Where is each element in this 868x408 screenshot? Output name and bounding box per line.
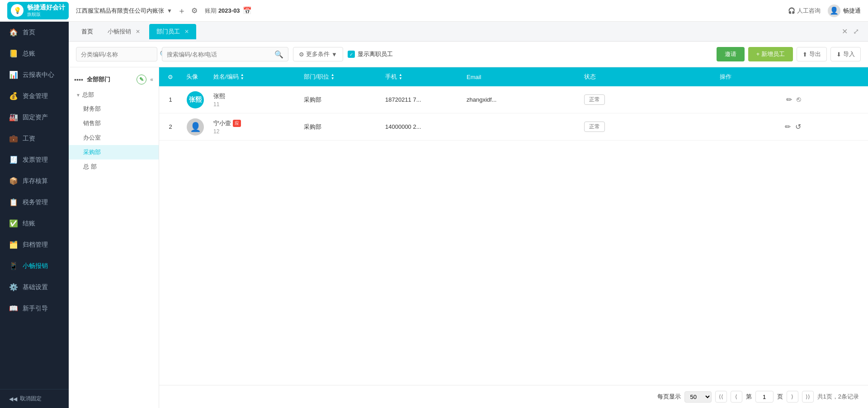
main-content: 首页 小畅报销 ✕ 部门员工 ✕ ✕ ⤢ 🔍 🔍	[69, 22, 868, 408]
period-label: 账期	[205, 7, 217, 15]
th-name-code[interactable]: 姓名/编码 ▲▼	[209, 67, 299, 86]
invite-button[interactable]: 邀请	[717, 47, 745, 61]
sidebar-item-invoices[interactable]: 🧾 发票管理	[0, 149, 69, 170]
closing-icon: ✅	[9, 219, 18, 228]
dept-child-sales[interactable]: 销售部	[69, 116, 159, 131]
category-search-input[interactable]	[81, 51, 157, 58]
sidebar-item-home[interactable]: 🏠 首页	[0, 22, 69, 43]
collapse-icon[interactable]: «	[150, 76, 153, 83]
sidebar-item-archive[interactable]: 🗂️ 归档管理	[0, 234, 69, 255]
category-search-container[interactable]: 🔍	[76, 47, 157, 61]
new-employee-button[interactable]: + 新增员工	[748, 47, 793, 61]
funds-icon: 💰	[9, 92, 18, 100]
avatar: 👤	[828, 5, 840, 17]
table-row: 2 👤 宁小壹 应 12	[159, 113, 868, 141]
right-actions: 邀请 + 新增员工 ⬆ 导出 ⬇ 导入	[717, 47, 861, 61]
dept-child-general[interactable]: 总 部	[69, 159, 159, 174]
sidebar-item-expense[interactable]: 📱 小畅报销	[0, 255, 69, 277]
all-departments-header[interactable]: ▪▪▪▪ 全部部门 ✎ «	[69, 71, 159, 88]
per-page-select[interactable]: 50 100 200	[684, 391, 712, 403]
tab-employees-close-icon[interactable]: ✕	[184, 28, 189, 35]
close-all-tabs-icon[interactable]: ✕	[840, 25, 849, 38]
main-search-container[interactable]: 🔍	[162, 47, 288, 61]
tax-icon: 📋	[9, 198, 18, 206]
sidebar-item-settings[interactable]: ⚙️ 基础设置	[0, 277, 69, 298]
tab-expense-close-icon[interactable]: ✕	[136, 28, 140, 35]
dept-parent-headquarters[interactable]: ▼ 总部	[69, 88, 159, 102]
filter-button[interactable]: ⚙ 更多条件 ▼	[293, 47, 343, 61]
sidebar-item-tax[interactable]: 📋 税务管理	[0, 192, 69, 213]
sidebar-item-closing[interactable]: ✅ 结账	[0, 213, 69, 234]
import-button[interactable]: ⬇ 导入	[830, 47, 861, 61]
export-label: 导出	[809, 50, 821, 58]
service-label: 人工咨询	[797, 7, 821, 15]
tab-employees[interactable]: 部门员工 ✕	[149, 24, 196, 39]
all-departments-label: 全部部门	[87, 75, 110, 84]
th-settings[interactable]: ⚙	[159, 67, 182, 86]
archive-icon: 🗂️	[9, 240, 18, 249]
sidebar-item-inventory[interactable]: 📦 库存核算	[0, 170, 69, 192]
row2-avatar: 👤	[182, 115, 209, 139]
show-resigned-toggle[interactable]: ✓ 显示离职员工	[348, 50, 393, 58]
export-button[interactable]: ⬆ 导出	[797, 47, 827, 61]
expand-icon[interactable]: ⤢	[851, 25, 861, 38]
tab-expense[interactable]: 小畅报销 ✕	[100, 24, 147, 39]
table-header: ⚙ 头像 姓名/编码 ▲▼ 部门/职位 ▲▼ 手机 ▲▼ Email	[159, 67, 868, 86]
sidebar-item-reports[interactable]: 📊 云报表中心	[0, 64, 69, 85]
sort-arrows-name: ▲▼	[241, 73, 244, 80]
th-phone[interactable]: 手机 ▲▼	[381, 67, 462, 86]
edit-icon-1[interactable]: ✏	[786, 95, 792, 104]
first-page-button[interactable]: ⟨⟨	[715, 391, 727, 403]
settings-nav-icon: ⚙️	[9, 283, 18, 291]
main-search-input[interactable]	[167, 51, 272, 58]
th-dept[interactable]: 部门/职位 ▲▼	[299, 67, 381, 86]
sidebar-item-funds[interactable]: 💰 资金管理	[0, 85, 69, 107]
add-tab-button[interactable]: ＋	[178, 5, 186, 16]
sidebar-item-guide[interactable]: 📖 新手引导	[0, 298, 69, 319]
sidebar-label-tax: 税务管理	[23, 198, 48, 206]
edit-departments-icon[interactable]: ✎	[137, 75, 146, 84]
service-button[interactable]: 🎧 人工咨询	[788, 7, 821, 15]
edit-icon-2[interactable]: ✏	[785, 122, 791, 131]
user-area[interactable]: 👤 畅捷通	[828, 5, 861, 17]
company-name: 江西服宝精品有限责任公司内账张	[76, 7, 164, 15]
sidebar-label-assets: 固定资产	[23, 113, 48, 122]
action-icons-1: ✏ ⎋	[786, 95, 801, 104]
status-badge-1: 正常	[584, 94, 605, 105]
page-number-input[interactable]	[755, 391, 774, 403]
sidebar-label-reports: 云报表中心	[23, 71, 54, 79]
home-icon: 🏠	[9, 28, 18, 37]
dept-child-purchasing[interactable]: 采购部	[69, 145, 159, 159]
dept-child-finance[interactable]: 财务部	[69, 102, 159, 116]
settings-icon[interactable]: ⚙	[191, 6, 198, 15]
last-page-button[interactable]: ⟩⟩	[802, 391, 814, 403]
unpin-button[interactable]: ◀◀ 取消固定	[0, 389, 69, 408]
main-search-icon[interactable]: 🔍	[274, 50, 283, 59]
th-name-code-label: 姓名/编码	[213, 73, 239, 81]
logout-icon-1[interactable]: ⎋	[797, 95, 801, 104]
company-dropdown-icon[interactable]: ▼	[167, 8, 172, 14]
page-word2: 页	[777, 393, 783, 401]
logo-icon: 💡	[11, 4, 24, 17]
app-logo[interactable]: 💡 畅捷通好会计 旗舰版	[7, 2, 69, 19]
sidebar-item-assets[interactable]: 🏭 固定资产	[0, 107, 69, 128]
inventory-icon: 📦	[9, 177, 18, 185]
show-resigned-label: 显示离职员工	[358, 50, 393, 58]
next-page-button[interactable]: ⟩	[787, 391, 798, 403]
tab-home[interactable]: 首页	[76, 24, 99, 39]
refresh-icon-2[interactable]: ↺	[795, 122, 801, 131]
tab-expense-label: 小畅报销	[108, 28, 131, 36]
app-edition: 旗舰版	[27, 11, 65, 18]
filter-label: 更多条件	[306, 50, 330, 58]
show-resigned-checkbox[interactable]: ✓	[348, 51, 355, 58]
pin-icon: ◀◀	[9, 396, 17, 402]
import-icon: ⬇	[836, 51, 841, 58]
dept-child-office[interactable]: 办公室	[69, 131, 159, 145]
calendar-icon[interactable]: 📅	[243, 6, 252, 15]
sidebar-item-ledger[interactable]: 📒 总账	[0, 43, 69, 64]
sidebar-item-payroll[interactable]: 💼 工资	[0, 128, 69, 149]
tab-bar: 首页 小畅报销 ✕ 部门员工 ✕ ✕ ⤢	[69, 22, 868, 42]
assets-icon: 🏭	[9, 113, 18, 122]
row1-name-code: 张熙 11	[209, 89, 299, 111]
prev-page-button[interactable]: ⟨	[731, 391, 742, 403]
